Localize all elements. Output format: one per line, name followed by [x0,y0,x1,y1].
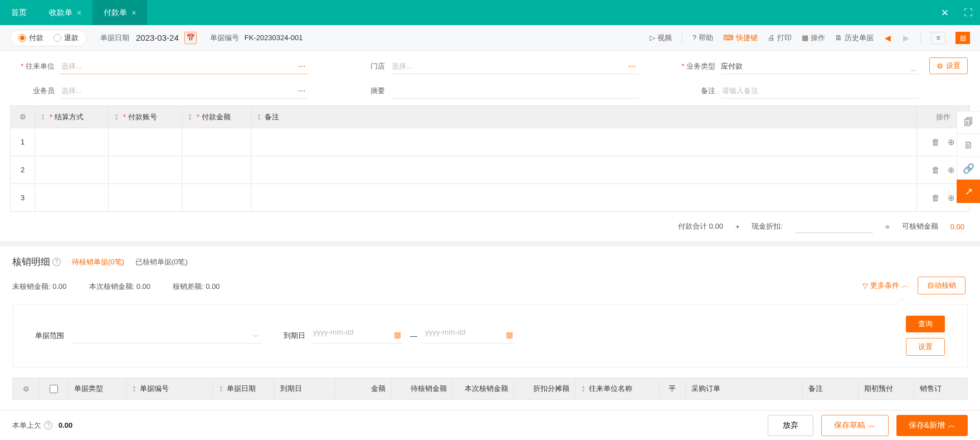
chevron-down-icon: ﹀ [253,332,259,341]
query-button[interactable]: 查询 [906,316,945,332]
right-sidebar: 🗐 🗎 🔗 ↗ [957,112,980,203]
print-link[interactable]: 🖨打印 [768,33,792,43]
date-value[interactable]: 2023-03-24 [136,33,179,42]
due-label: 到期日 [284,331,305,341]
table-row[interactable]: 1 🗑⊕ [11,128,969,156]
radio-refund[interactable]: 退款 [53,33,79,43]
add-icon[interactable]: ⊕ [948,193,955,203]
delete-icon[interactable]: 🗑 [932,193,940,202]
filter-settings-button[interactable]: 设置 [906,338,945,356]
table-row[interactable]: 3 🗑⊕ [11,184,969,212]
auto-writeoff-button[interactable]: 自动核销 [918,277,966,294]
summary-label: 摘要 [342,86,385,96]
sales-input[interactable] [60,83,308,99]
biztype-label: 业务类型 [672,61,715,71]
delete-icon[interactable]: 🗑 [932,165,940,175]
tab-payment[interactable]: 付款单× [92,0,147,25]
footer: 本单上欠?0.00 放弃 保存草稿︿ 保存&新增︿ [0,410,980,440]
store-input[interactable] [391,59,638,74]
tab-bar: 首页 收款单× 付款单× × ⛶ [0,0,980,25]
grid-icon: ▦ [802,33,808,42]
unit-input[interactable] [60,59,308,74]
fullscreen-button[interactable]: ⛶ [957,0,980,25]
history-link[interactable]: 🗎历史单据 [835,33,874,43]
select-all-checkbox[interactable] [50,385,58,393]
video-link[interactable]: ▷视频 [650,33,672,43]
ellipsis-icon[interactable]: ··· [298,62,306,70]
tab-home[interactable]: 首页 [0,0,38,25]
payment-grid: ⚙ ▲▼结算方式 ▲▼付款账号 ▲▼付款金额 ▲▼备注 操作 1 🗑⊕ 2 🗑⊕… [10,105,970,212]
stat-un: 未核销金额: 0.00 [12,282,67,292]
remark-input[interactable] [721,83,919,99]
toolbar: 付款 退款 单据日期 2023-03-24 📅 单据编号 FK-20230324… [0,25,980,51]
radio-pay[interactable]: 付款 [18,33,43,43]
help-link[interactable]: ?帮助 [693,33,713,43]
side-link-icon[interactable]: 🔗 [957,157,980,180]
discard-button[interactable]: 放弃 [768,415,813,436]
gear-icon[interactable]: ⚙ [11,106,35,128]
summary-input[interactable] [391,83,638,99]
ops-link[interactable]: ▦操作 [802,33,825,43]
side-doc-icon[interactable]: 🗎 [957,134,980,157]
tab-pending[interactable]: 待核销单据(0笔) [72,257,124,267]
unit-label: 往来单位 [11,61,55,71]
remark-label: 备注 [672,86,715,96]
store-label: 门店 [342,61,385,71]
due-from-input[interactable] [313,328,390,336]
gear-icon: ⚙ [937,62,943,70]
ellipsis-icon[interactable]: ··· [628,62,636,70]
tab-done[interactable]: 已核销单据(0笔) [135,257,188,267]
help-icon[interactable]: ? [52,258,61,266]
no-label: 单据编号 [210,33,239,43]
stat-diff: 核销差额: 0.00 [173,282,220,292]
biztype-select[interactable]: 应付款﹀ [721,59,919,74]
calendar-icon[interactable]: ▦ [506,330,513,339]
sales-label: 业务员 [11,86,55,96]
calendar-icon[interactable]: 📅 [184,32,197,44]
chevron-up-icon: ︿ [901,281,909,291]
due-to-input[interactable] [425,328,502,336]
side-expand-icon[interactable]: ↗ [957,180,980,203]
next-doc-button[interactable]: ▶ [902,33,910,42]
stat-this: 本次核销金额: 0.00 [89,282,151,292]
no-value: FK-20230324-001 [245,33,303,42]
keyboard-icon: ⌨ [723,33,734,42]
close-icon[interactable]: × [131,8,136,17]
help-icon[interactable]: ? [44,421,52,429]
add-icon[interactable]: ⊕ [948,137,955,147]
history-icon: 🗎 [835,33,842,42]
range-select[interactable]: ﹀ [72,328,261,344]
filter-icon: ▽ [862,282,868,290]
view-grid-button[interactable]: ▤ [955,32,970,44]
save-draft-button[interactable]: 保存草稿︿ [821,415,889,436]
calendar-icon[interactable]: ▦ [394,330,401,339]
writeoff-title: 核销明细? [12,255,61,268]
chevron-down-icon: ﹀ [910,63,916,79]
gear-icon[interactable]: ⚙ [13,378,40,399]
more-conditions[interactable]: ▽更多条件︿ [862,281,909,291]
settings-button[interactable]: ⚙设置 [929,57,968,74]
filter-panel: 单据范围 ﹀ 到期日 ▦ — ▦ 查询 设置 [12,304,968,368]
writeoff-grid: ⚙ 单据类型 ▲▼单据编号 ▲▼单据日期 到期日 金额 待核销金额 本次核销金额… [12,378,968,400]
help-icon: ? [693,33,696,42]
print-icon: 🖨 [768,33,775,42]
date-label: 单据日期 [100,33,129,43]
tab-receipt[interactable]: 收款单× [38,0,92,25]
shortcut-link[interactable]: ⌨快捷键 [723,33,758,43]
side-draft-icon[interactable]: 🗐 [957,111,980,134]
tab-close-button[interactable]: × [933,0,957,25]
cash-discount-input[interactable] [795,220,873,233]
save-new-button[interactable]: 保存&新增︿ [896,415,968,436]
chevron-up-icon: ︿ [948,420,955,431]
delete-icon[interactable]: 🗑 [932,137,940,147]
close-icon[interactable]: × [77,8,81,17]
chevron-up-icon: ︿ [868,420,876,431]
play-icon: ▷ [650,33,655,42]
range-label: 单据范围 [35,331,64,341]
add-icon[interactable]: ⊕ [948,165,955,175]
table-row[interactable]: 2 🗑⊕ [11,156,969,184]
prev-doc-button[interactable]: ◀ [884,33,892,42]
totals-row: 付款合计 0.00 + 现金折扣: = 可核销金额 0.00 [0,212,980,241]
ellipsis-icon[interactable]: ··· [298,86,306,95]
view-list-button[interactable]: ≡ [931,32,945,44]
